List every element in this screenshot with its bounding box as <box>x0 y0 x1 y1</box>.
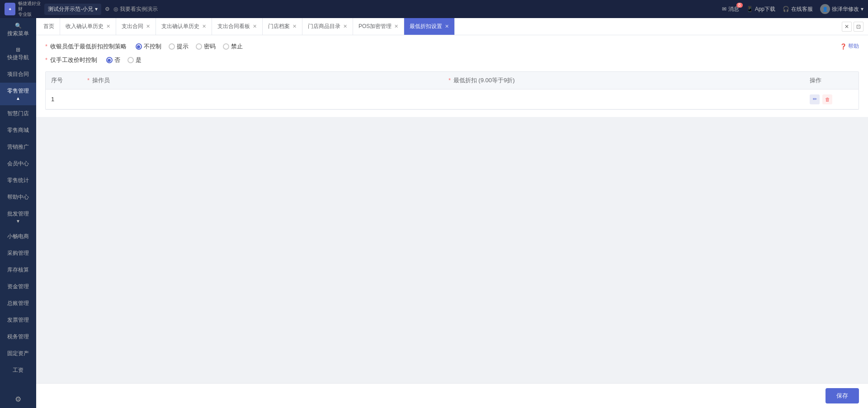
tab-close-contract[interactable]: ✕ <box>146 23 150 29</box>
tab-close-store-file[interactable]: ✕ <box>292 23 297 29</box>
avatar: 👤 <box>820 4 830 14</box>
top-bar-left: ✦ 畅捷通好业财 专业版 测试分开示范-小兄 ▾ ⚙ ◎ 我要看实例演示 <box>5 1 722 17</box>
sidebar-item-member[interactable]: 会员中心 <box>0 155 36 172</box>
form-row-2: * 仅手工改价时控制 否 是 <box>45 56 859 64</box>
radio-circle-password <box>196 43 202 50</box>
sidebar-item-help[interactable]: 帮助中心 <box>0 189 36 206</box>
settings-button[interactable]: ⚙ <box>0 390 36 408</box>
radio-circle-yes <box>127 57 134 63</box>
app-download-button[interactable]: 📱 App下载 <box>746 5 775 13</box>
cell-actions-1: ✏ 🗑 <box>804 89 859 109</box>
sidebar-item-assets[interactable]: 固定资产 <box>0 345 36 362</box>
demo-link[interactable]: ◎ 我要看实例演示 <box>113 5 158 13</box>
sidebar-item-marketing[interactable]: 营销推广 <box>0 139 36 155</box>
sidebar-item-ecommerce[interactable]: 小畅电商 <box>0 228 36 245</box>
chevron-up-icon: ▲ <box>16 96 20 101</box>
chevron-down-icon: ▾ <box>95 6 98 12</box>
sidebar-item-search[interactable]: 🔍 搜索菜单 <box>0 18 36 42</box>
radio-no-control[interactable]: 不控制 <box>136 42 161 51</box>
sidebar-item-purchase[interactable]: 采购管理 <box>0 245 36 262</box>
tab-close-store-product[interactable]: ✕ <box>343 23 347 29</box>
message-icon: ✉ <box>722 6 726 12</box>
cell-discount-1[interactable] <box>443 89 804 109</box>
chevron-down-icon: ▾ <box>861 6 863 12</box>
sidebar-item-wholesale[interactable]: 批发管理 ▼ <box>0 206 36 228</box>
save-button[interactable]: 保存 <box>826 388 859 403</box>
close-tab-button[interactable]: ✕ <box>842 22 852 32</box>
gear-icon: ⚙ <box>15 395 21 403</box>
logo-area: ✦ 畅捷通好业财 专业版 <box>5 1 41 17</box>
sidebar-item-stats[interactable]: 零售统计 <box>0 172 36 189</box>
sidebar-item-tax[interactable]: 税务管理 <box>0 328 36 345</box>
tab-store-file[interactable]: 门店档案 ✕ <box>263 18 302 35</box>
tab-payment-board[interactable]: 支出合同看板 ✕ <box>212 18 263 35</box>
radio-circle-no-control <box>136 43 142 50</box>
tab-close-min-discount[interactable]: ✕ <box>445 23 449 29</box>
headset-icon: 🎧 <box>783 6 789 12</box>
sidebar-item-invoice[interactable]: 发票管理 <box>0 312 36 328</box>
sidebar-item-quick[interactable]: ⊞ 快捷导航 <box>0 42 36 66</box>
sidebar-item-finance[interactable]: 资金管理 <box>0 278 36 295</box>
cell-operator-1[interactable] <box>82 89 443 109</box>
main-layout: 🔍 搜索菜单 ⊞ 快捷导航 项目合同 零售管理 ▲ 智慧门店 零售商城 营销推广… <box>0 18 868 408</box>
top-bar-right: ✉ 消息 8 📱 App下载 🎧 在线客服 👤 徐泽华修改 ▾ <box>722 4 863 14</box>
form-row-1: * 收银员低于最低折扣控制策略 不控制 提示 <box>45 42 859 51</box>
page-footer: 保存 <box>36 383 868 408</box>
settings-icon-top[interactable]: ⚙ <box>105 6 110 12</box>
sidebar-item-project[interactable]: 项目合同 <box>0 66 36 83</box>
page-content: ❓ 帮助 * 收银员低于最低折扣控制策略 不控制 <box>36 35 868 383</box>
tab-income[interactable]: 收入确认单历史 ✕ <box>60 18 116 35</box>
radio-password[interactable]: 密码 <box>196 42 216 51</box>
radio-group-2: 否 是 <box>106 56 142 64</box>
tab-actions: ✕ ⊡ <box>839 22 866 32</box>
table-row: 1 ✏ 🗑 <box>46 89 859 109</box>
col-min-discount: * 最低折扣 (9.00等于9折) <box>443 72 804 89</box>
tab-contract[interactable]: 支出合同 ✕ <box>116 18 156 35</box>
sidebar-item-ledger[interactable]: 总账管理 <box>0 295 36 312</box>
sidebar-item-retail[interactable]: 零售管理 ▲ <box>0 83 36 105</box>
tab-close-payment-board[interactable]: ✕ <box>253 23 257 29</box>
radio-yes[interactable]: 是 <box>127 56 142 64</box>
sidebar-item-mall[interactable]: 零售商城 <box>0 122 36 139</box>
operator-table: 序号 * 操作员 * 最低折扣 (9.00等于9折) 操作 1 <box>45 71 859 110</box>
help-link[interactable]: ❓ 帮助 <box>840 42 859 50</box>
content-area: 首页 收入确认单历史 ✕ 支出合同 ✕ 支出确认单历史 ✕ 支出合同看板 ✕ 门… <box>36 18 868 408</box>
tab-close-income[interactable]: ✕ <box>106 23 110 29</box>
tab-close-payment-confirm[interactable]: ✕ <box>202 23 206 29</box>
tab-store-product[interactable]: 门店商品目录 ✕ <box>302 18 353 35</box>
table-header: 序号 * 操作员 * 最低折扣 (9.00等于9折) 操作 <box>46 72 859 89</box>
radio-no[interactable]: 否 <box>106 56 120 64</box>
grid-icon: ⊞ <box>16 47 20 53</box>
expand-tab-button[interactable]: ⊡ <box>854 22 863 32</box>
radio-circle-forbid <box>223 43 229 50</box>
col-actions: 操作 <box>804 72 859 89</box>
tab-payment-confirm[interactable]: 支出确认单历史 ✕ <box>156 18 212 35</box>
page-card: ❓ 帮助 * 收银员低于最低折扣控制策略 不控制 <box>36 35 868 117</box>
message-badge: 8 <box>736 3 743 8</box>
sidebar-item-inventory[interactable]: 库存核算 <box>0 262 36 278</box>
phone-icon: 📱 <box>746 6 753 12</box>
tab-pos-mgr[interactable]: POS加密管理 ✕ <box>353 18 404 35</box>
search-icon: 🔍 <box>15 23 22 29</box>
col-seq: 序号 <box>46 72 82 89</box>
radio-hint[interactable]: 提示 <box>169 42 189 51</box>
tab-home[interactable]: 首页 <box>38 18 60 35</box>
sidebar-item-salary[interactable]: 工资 <box>0 362 36 379</box>
radio-forbid[interactable]: 禁止 <box>223 42 243 51</box>
project-selector[interactable]: 测试分开示范-小兄 ▾ <box>44 4 101 15</box>
edit-row-button[interactable]: ✏ <box>810 94 820 104</box>
top-bar: ✦ 畅捷通好业财 专业版 测试分开示范-小兄 ▾ ⚙ ◎ 我要看实例演示 ✉ 消… <box>0 0 868 18</box>
form-label-1: * 收银员低于最低折扣控制策略 <box>45 42 127 51</box>
sidebar-item-smart[interactable]: 智慧门店 <box>0 105 36 122</box>
message-button[interactable]: ✉ 消息 8 <box>722 5 739 13</box>
user-menu[interactable]: 👤 徐泽华修改 ▾ <box>820 4 863 14</box>
radio-group-1: 不控制 提示 密码 禁止 <box>136 42 243 51</box>
online-service-button[interactable]: 🎧 在线客服 <box>783 5 813 13</box>
tab-min-discount[interactable]: 最低折扣设置 ✕ <box>404 18 455 35</box>
logo-text: 畅捷通好业财 专业版 <box>18 1 41 17</box>
tab-close-pos-mgr[interactable]: ✕ <box>394 23 398 29</box>
radio-circle-hint <box>169 43 175 50</box>
cell-seq-1: 1 <box>46 89 82 109</box>
sidebar: 🔍 搜索菜单 ⊞ 快捷导航 项目合同 零售管理 ▲ 智慧门店 零售商城 营销推广… <box>0 18 36 408</box>
delete-row-button[interactable]: 🗑 <box>822 94 832 104</box>
